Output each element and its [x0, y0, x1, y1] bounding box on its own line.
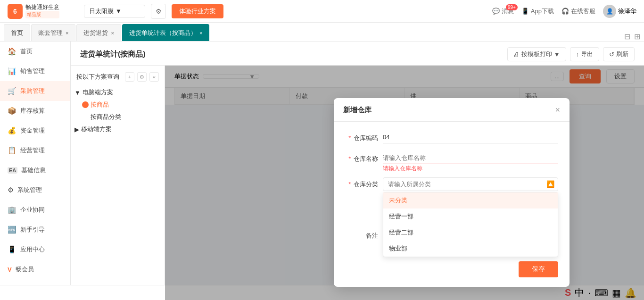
- sidebar-item-sales-label: 销售管理: [20, 67, 45, 75]
- online-service-button[interactable]: 🎧 在线客服: [561, 7, 595, 16]
- username: 徐泽华: [618, 7, 636, 16]
- collapse-scheme-button[interactable]: «: [149, 72, 159, 82]
- refresh-button[interactable]: ↺ 刷新: [603, 47, 635, 61]
- tab-account-label: 账套管理: [38, 29, 63, 37]
- chevron-down-icon: ▼: [116, 8, 122, 15]
- sidebar-item-app[interactable]: 📱 应用中心: [0, 240, 70, 259]
- tab-purchase-stat-label: 进货单统计表（按商品）: [129, 29, 197, 37]
- tab-purchase-return[interactable]: 进货退货 ×: [76, 24, 121, 41]
- sidebar-item-enterprise[interactable]: 🏢 企业协同: [0, 200, 70, 220]
- phone-icon: 📱: [521, 8, 529, 15]
- tab-expand-icon[interactable]: ⊞: [634, 32, 640, 41]
- code-label: * 仓库编码: [345, 131, 383, 142]
- tab-purchase-return-close[interactable]: ×: [111, 30, 114, 36]
- finance-icon: 💰: [8, 126, 17, 135]
- category-select-wrap: 🔼 未分类 经营一部 经营二部 物业部: [383, 177, 558, 191]
- message-button[interactable]: 💬 消息 99+: [492, 7, 514, 16]
- export-button[interactable]: ↑ 导出: [570, 47, 600, 61]
- top-header: 6 畅捷通好生意 精品版 日太阳膜 ▼ ⚙ 体验行业方案 💬 消息 99+ 📱 …: [0, 0, 644, 23]
- store-selector[interactable]: 日太阳膜 ▼: [84, 5, 145, 18]
- tab-bar: 首页 账套管理 × 进货退货 × 进货单统计表（按商品） × ⊟ ⊞: [0, 23, 644, 42]
- scheme-child-by-category[interactable]: 按商品分类: [71, 111, 165, 123]
- tab-home-label: 首页: [11, 29, 23, 37]
- lp-icons: + ⚙ «: [125, 72, 159, 82]
- tab-purchase-stat-close[interactable]: ×: [199, 30, 202, 36]
- gear-icon: ⚙: [156, 8, 162, 15]
- dialog-save-button[interactable]: 保存: [519, 261, 558, 277]
- try-industry-button[interactable]: 体验行业方案: [172, 4, 223, 18]
- export-icon: ↑: [576, 51, 579, 58]
- enterprise-icon: 🏢: [8, 206, 17, 214]
- sidebar: 🏠 首页 📊 销售管理 🛒 采购管理 📦 库存核算 💰 资金管理 📋 经营管理 …: [0, 42, 71, 300]
- guide-icon: 🆕: [8, 225, 17, 234]
- app-download-button[interactable]: 📱 App下载: [521, 7, 554, 16]
- dropdown-item-property[interactable]: 物业部: [383, 241, 558, 257]
- user-area[interactable]: 👤 徐泽华: [603, 5, 636, 18]
- inventory-icon: 📦: [8, 107, 17, 115]
- message-badge: 99+: [506, 4, 518, 10]
- sidebar-item-sales[interactable]: 📊 销售管理: [0, 61, 70, 81]
- scheme-child-by-product[interactable]: 按商品: [71, 99, 165, 111]
- print-chevron-icon: ▼: [554, 51, 560, 58]
- required-star-category: *: [348, 181, 351, 188]
- select-arrow-icon[interactable]: 🔼: [546, 180, 554, 188]
- dialog-title: 新增仓库: [343, 106, 372, 115]
- main-layout: 🏠 首页 📊 销售管理 🛒 采购管理 📦 库存核算 💰 资金管理 📋 经营管理 …: [0, 42, 644, 300]
- tab-purchase-stat[interactable]: 进货单统计表（按商品） ×: [122, 24, 209, 41]
- tab-purchase-return-label: 进货退货: [83, 29, 108, 37]
- sidebar-item-system-label: 系统管理: [17, 186, 42, 194]
- sidebar-item-operations[interactable]: 📋 经营管理: [0, 141, 70, 160]
- sidebar-item-home[interactable]: 🏠 首页: [0, 42, 70, 61]
- print-icon: 🖨: [513, 51, 520, 58]
- scheme-node-pc[interactable]: ▼ 电脑端方案: [71, 86, 165, 99]
- add-scheme-button[interactable]: +: [125, 72, 134, 82]
- online-service-label: 在线客服: [571, 7, 595, 16]
- dropdown-item-ops1[interactable]: 经营一部: [383, 208, 558, 225]
- name-label: * 仓库名称: [345, 152, 383, 163]
- sidebar-item-inventory[interactable]: 📦 库存核算: [0, 101, 70, 121]
- main-content: 单据状态 ▼ ... 查询 设置 单据日期 付款: [165, 66, 644, 300]
- message-icon: 💬: [492, 8, 500, 15]
- warehouse-name-input[interactable]: [383, 152, 558, 164]
- category-select-input[interactable]: [383, 177, 558, 191]
- app-download-label: App下载: [531, 7, 554, 16]
- system-icon: ⚙: [8, 186, 14, 194]
- logo-icon: 6: [8, 4, 23, 19]
- logo-area: 6 畅捷通好生意 精品版: [8, 4, 78, 19]
- home-icon: 🏠: [8, 47, 17, 56]
- sidebar-item-purchase[interactable]: 🛒 采购管理: [0, 81, 70, 101]
- tab-home[interactable]: 首页: [4, 24, 30, 41]
- name-input-wrap: 请输入仓库名称: [383, 152, 558, 164]
- category-icon: [82, 114, 89, 120]
- logo-text: 畅捷通好生意: [25, 4, 59, 11]
- tab-account[interactable]: 账套管理 ×: [31, 24, 75, 41]
- dialog-body: * 仓库编码 * 仓库名称: [334, 122, 570, 261]
- settings-scheme-button[interactable]: ⚙: [137, 72, 147, 82]
- print-button[interactable]: 🖨 按模板打印 ▼: [507, 47, 566, 61]
- sidebar-item-base[interactable]: EA 基础信息: [0, 160, 70, 180]
- warehouse-code-input[interactable]: [383, 131, 558, 143]
- avatar: 👤: [603, 5, 616, 18]
- sidebar-item-home-label: 首页: [20, 47, 33, 56]
- dialog-footer: 保存: [334, 261, 570, 277]
- sidebar-item-guide-label: 新手引导: [20, 225, 45, 234]
- settings-button[interactable]: ⚙: [151, 4, 166, 19]
- sidebar-item-app-label: 应用中心: [20, 245, 45, 254]
- dialog-close-button[interactable]: ×: [555, 106, 560, 114]
- purchase-icon: 🛒: [8, 87, 17, 95]
- tab-minimize-icon[interactable]: ⊟: [624, 32, 630, 41]
- scheme-tree: ▼ 电脑端方案 按商品 按商品分类 ▶ 移动端方案: [71, 84, 165, 137]
- sidebar-item-guide[interactable]: 🆕 新手引导: [0, 220, 70, 240]
- scheme-node-mobile[interactable]: ▶ 移动端方案: [71, 123, 165, 135]
- page-actions: 🖨 按模板打印 ▼ ↑ 导出 ↺ 刷新: [507, 47, 635, 61]
- logo-badge: 精品版: [25, 11, 59, 18]
- dropdown-item-ops2[interactable]: 经营二部: [383, 225, 558, 241]
- sidebar-item-operations-label: 经营管理: [20, 146, 45, 155]
- sidebar-item-finance[interactable]: 💰 资金管理: [0, 121, 70, 141]
- scheme-node-pc-label: 电脑端方案: [83, 88, 113, 97]
- tab-account-close[interactable]: ×: [66, 30, 68, 36]
- sidebar-item-system[interactable]: ⚙ 系统管理: [0, 180, 70, 200]
- header-right: 💬 消息 99+ 📱 App下载 🎧 在线客服 👤 徐泽华: [492, 5, 636, 18]
- dropdown-item-uncategorized[interactable]: 未分类: [383, 192, 558, 208]
- sidebar-item-member[interactable]: V 畅会员: [0, 259, 70, 279]
